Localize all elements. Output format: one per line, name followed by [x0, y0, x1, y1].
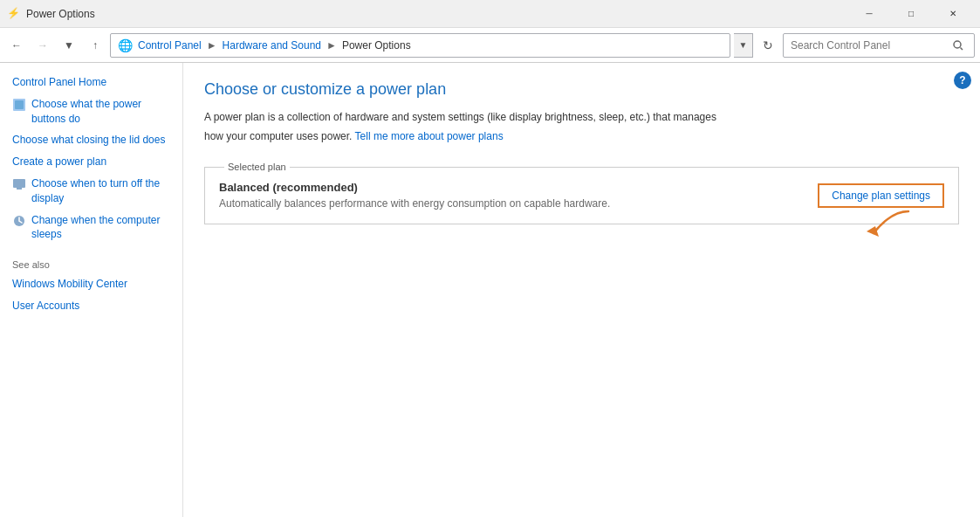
learn-more-link[interactable]: Tell me more about power plans — [355, 130, 504, 142]
path-sep-1: ► — [207, 39, 217, 52]
plan-name: Balanced (recommended) — [219, 181, 610, 194]
forward-button[interactable]: → — [31, 34, 54, 57]
sidebar-item-computer-sleeps[interactable]: Change when the computer sleeps — [0, 210, 182, 246]
close-button[interactable]: ✕ — [933, 0, 973, 28]
window-controls: ─ □ ✕ — [849, 0, 973, 28]
sidebar-item-create-plan[interactable]: Create a power plan — [0, 151, 182, 173]
help-button[interactable]: ? — [954, 72, 971, 89]
sidebar-item-turn-off-display[interactable]: Choose when to turn off the display — [0, 173, 182, 210]
path-sep-2: ► — [326, 39, 337, 52]
window-icon: ⚡ — [7, 7, 21, 21]
content-area: ? Choose or customize a power plan A pow… — [183, 63, 980, 517]
sidebar-item-close-lid[interactable]: Choose what closing the lid does — [0, 129, 182, 151]
see-also-label: See also — [0, 245, 182, 273]
sidebar: Control Panel Home Choose what the power… — [0, 63, 183, 517]
address-path: 🌐 Control Panel ► Hardware and Sound ► P… — [110, 33, 730, 58]
arrow-annotation — [847, 207, 917, 242]
svg-rect-4 — [13, 179, 25, 188]
title-bar: ⚡ Power Options ─ □ ✕ — [0, 0, 980, 28]
search-box — [783, 33, 975, 58]
back-button[interactable]: ← — [5, 34, 28, 57]
computer-sleeps-icon — [12, 214, 26, 228]
address-bar: ← → ▼ ↑ 🌐 Control Panel ► Hardware and S… — [0, 28, 980, 63]
address-dropdown-button[interactable]: ▼ — [734, 33, 753, 58]
plan-row: Balanced (recommended) Automatically bal… — [219, 181, 944, 210]
maximize-button[interactable]: □ — [891, 0, 931, 28]
window-title: Power Options — [26, 8, 849, 20]
content-title: Choose or customize a power plan — [204, 80, 959, 99]
svg-rect-3 — [15, 100, 24, 109]
power-buttons-icon — [12, 98, 26, 112]
path-control-panel[interactable]: Control Panel — [138, 39, 202, 52]
selected-plan-legend: Selected plan — [224, 162, 290, 172]
change-plan-settings-button[interactable]: Change plan settings — [818, 183, 944, 208]
svg-point-0 — [954, 41, 961, 48]
sidebar-item-user-accounts[interactable]: User Accounts — [0, 295, 182, 317]
search-input[interactable] — [791, 39, 949, 52]
turn-off-display-icon — [12, 177, 26, 191]
plan-info: Balanced (recommended) Automatically bal… — [219, 181, 610, 210]
up-button[interactable]: ↑ — [84, 34, 106, 57]
svg-rect-5 — [17, 188, 22, 190]
path-hardware-sound[interactable]: Hardware and Sound — [223, 39, 321, 52]
path-current: Power Options — [342, 39, 411, 52]
plan-description: Automatically balances performance with … — [219, 197, 610, 210]
search-button[interactable] — [949, 37, 967, 54]
sidebar-item-mobility-center[interactable]: Windows Mobility Center — [0, 273, 182, 295]
path-root-icon: 🌐 — [118, 38, 133, 52]
refresh-button[interactable]: ↻ — [757, 34, 779, 57]
content-description-line1: A power plan is a collection of hardware… — [204, 109, 959, 125]
sidebar-home-link[interactable]: Control Panel Home — [0, 72, 182, 93]
svg-line-1 — [961, 47, 963, 50]
main-layout: Control Panel Home Choose what the power… — [0, 63, 980, 517]
selected-plan-fieldset: Selected plan Balanced (recommended) Aut… — [204, 162, 959, 224]
minimize-button[interactable]: ─ — [849, 0, 889, 28]
recent-pages-button[interactable]: ▼ — [58, 34, 80, 57]
content-description-line2: how your computer uses power. Tell me mo… — [204, 128, 959, 144]
sidebar-item-power-buttons[interactable]: Choose what the power buttons do — [0, 93, 182, 130]
